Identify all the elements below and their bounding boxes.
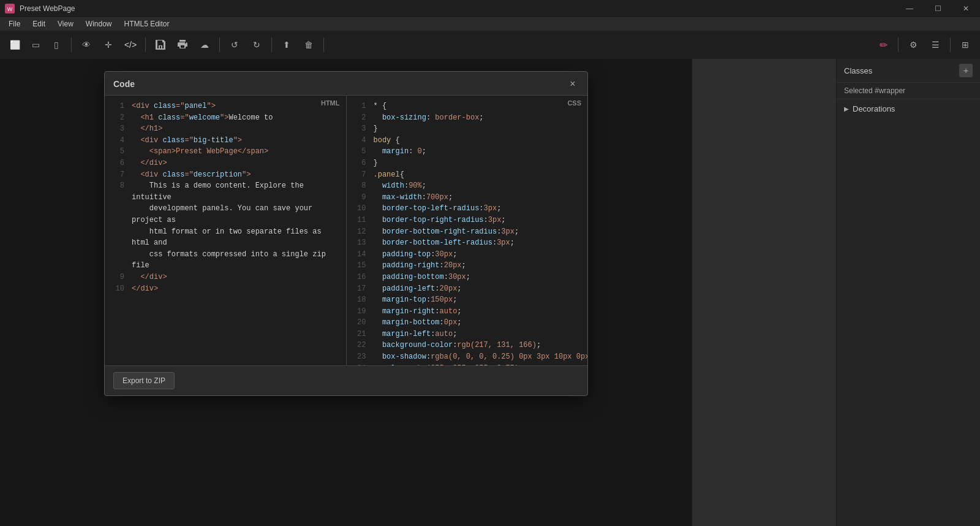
css-line-7: 7 .panel{ [347,169,588,181]
menu-file[interactable]: File [2,18,26,29]
html-line-1: 1 <div class="panel"> [105,101,346,112]
modal-header: Code × [105,72,587,96]
mobile-icon[interactable]: ▯ [47,35,66,55]
modal-title: Code [113,79,135,89]
css-line-6: 6 } [347,158,588,169]
toolbar-sep-7 [950,37,951,52]
css-line-11: 11 border-top-right-radius:3px; [347,215,588,226]
html-line-2: 2 <h1 class="welcome">Welcome to [105,112,346,124]
html-label: HTML [321,99,340,107]
titlebar: W Preset WebPage — ☐ ✕ [0,0,980,17]
css-line-10: 10 border-top-left-radius:3px; [347,203,588,215]
css-line-21: 21 margin-left:auto; [347,329,588,340]
css-label: CSS [567,99,581,107]
html-line-4: 4 <div class="big-title"> [105,135,346,147]
css-line-8: 8 width:90%; [347,180,588,192]
css-line-23: 23 box-shadow:rgba(0, 0, 0, 0.25) 0px 3p… [347,351,588,363]
toolbar-sep-3 [219,37,220,52]
toolbar-sep-2 [145,37,146,52]
html-line-6: 6 </div> [105,158,346,169]
toolbar-sep-6 [898,37,899,52]
undo-icon[interactable]: ↺ [225,35,244,55]
css-line-4: 4 body { [347,135,588,147]
minimize-button[interactable]: — [895,0,924,17]
code-area: HTML 1 <div class="panel"> 2 <h1 class="… [105,96,587,365]
sidebar-decorations-item[interactable]: ▶ Decorations [837,99,980,118]
save-icon[interactable] [151,35,170,55]
view-mode-group: ⬜ ▭ ▯ [5,35,66,55]
html-line-5: 5 <span>Preset WebPage</span> [105,146,346,158]
upload-icon[interactable]: ⬆ [277,35,296,55]
classes-label: Classes [844,66,872,75]
tablet-icon[interactable]: ▭ [26,35,45,55]
close-button[interactable]: ✕ [952,0,980,17]
modal-close-button[interactable]: × [567,78,579,90]
html-line-7: 7 <div class="description"> [105,169,346,181]
css-line-24: 24 color:rgba(255, 255, 255, 0.75); [347,363,588,365]
toolbar-sep-1 [71,37,72,52]
app-title: Preset WebPage [20,4,75,13]
html-line-3: 3 </h1> [105,123,346,135]
app-icon: W [5,4,15,13]
toolbar: ⬜ ▭ ▯ 👁 ✛ </> ☁ ↺ ↻ ⬆ 🗑 ✏ ⚙ ☰ ⊞ [0,31,980,59]
html-line-10: 10 </div> [105,283,346,295]
css-line-19: 19 margin-right:auto; [347,306,588,318]
decorations-label: Decorations [853,104,895,113]
sidebar-classes-header: Classes + [837,59,980,83]
export-zip-button[interactable]: Export to ZIP [113,372,175,389]
menu-html5editor[interactable]: HTML5 Editor [118,18,176,29]
settings-icon[interactable]: ⚙ [903,35,923,55]
brush-icon[interactable]: ✏ [873,35,893,55]
toolbar-sep-5 [323,37,324,52]
maximize-button[interactable]: ☐ [924,0,952,17]
css-line-14: 14 padding-top:30px; [347,249,588,261]
menu-edit[interactable]: Edit [26,18,51,29]
css-panel[interactable]: CSS 1 * { 2 box-sizing: border-box; 3 } [347,96,588,365]
css-line-15: 15 padding-right:20px; [347,260,588,272]
css-line-17: 17 padding-left:20px; [347,283,588,295]
main-area: This is...as h...file... Code × HTML 1 [0,59,980,526]
modal-footer: Export to ZIP [105,365,587,395]
redo-icon[interactable]: ↻ [247,35,266,55]
css-line-18: 18 margin-top:150px; [347,294,588,306]
sidebar-selected-text: Selected #wrapper [837,83,980,99]
delete-icon[interactable]: 🗑 [299,35,318,55]
html-panel[interactable]: HTML 1 <div class="panel"> 2 <h1 class="… [105,96,346,365]
print-icon[interactable] [173,35,192,55]
preview-icon[interactable]: 👁 [77,35,96,55]
canvas-area: This is...as h...file... Code × HTML 1 [0,59,836,526]
right-sidebar: Classes + Selected #wrapper ▶ Decoration… [836,59,980,526]
html-line-9: 9 </div> [105,272,346,283]
css-line-1: 1 * { [347,101,588,112]
css-line-22: 22 background-color:rgb(217, 131, 166); [347,340,588,351]
toolbar-sep-4 [271,37,272,52]
window-controls: — ☐ ✕ [895,0,980,17]
svg-text:W: W [7,6,13,12]
css-line-9: 9 max-width:700px; [347,192,588,204]
menu-view[interactable]: View [51,18,80,29]
css-line-20: 20 margin-bottom:0px; [347,317,588,329]
css-line-13: 13 border-bottom-left-radius:3px; [347,237,588,249]
grid-icon[interactable]: ⊞ [956,35,975,55]
css-line-16: 16 padding-bottom:30px; [347,272,588,283]
chevron-right-icon: ▶ [844,105,849,112]
add-class-button[interactable]: + [959,64,973,77]
code-view-icon[interactable]: </> [121,35,140,55]
modal-overlay: Code × HTML 1 <div class="panel"> 2 [0,59,692,526]
menu-icon[interactable]: ☰ [925,35,945,55]
css-line-3: 3 } [347,123,588,135]
select-icon[interactable]: ✛ [99,35,118,55]
menubar: File Edit View Window HTML5 Editor [0,17,980,31]
cloud-icon[interactable]: ☁ [195,35,214,55]
monitor-icon[interactable]: ⬜ [5,35,24,55]
css-line-12: 12 border-bottom-right-radius:3px; [347,226,588,238]
code-modal: Code × HTML 1 <div class="panel"> 2 [104,71,588,396]
menu-window[interactable]: Window [80,18,118,29]
html-line-8: 8 This is a demo content. Explore the in… [105,180,346,272]
css-line-2: 2 box-sizing: border-box; [347,112,588,124]
css-line-5: 5 margin: 0; [347,146,588,158]
